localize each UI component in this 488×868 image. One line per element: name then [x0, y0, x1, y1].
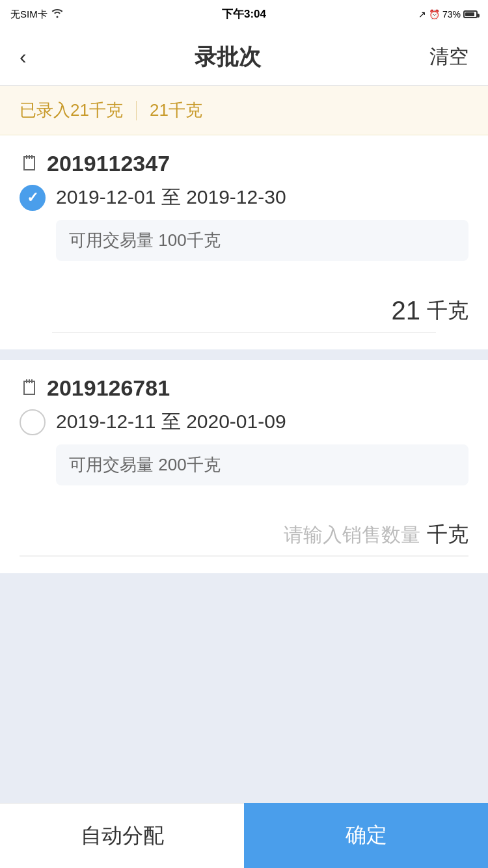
recorded-label: 已录入21千克 — [20, 99, 123, 122]
info-value: 21千克 — [150, 99, 202, 122]
batch2-id: 2019126781 — [47, 375, 170, 401]
batch2-icon: 🗒 — [20, 376, 40, 400]
batch2-header: 🗒 2019126781 — [20, 375, 468, 401]
content-wrapper: 已录入21千克 21千克 🗒 2019112347 2019-12-01 至 2… — [0, 86, 488, 834]
batch2-input-section: 请输入销售数量 千克 — [0, 508, 488, 573]
batch2-radio[interactable] — [20, 409, 46, 435]
back-button[interactable]: ‹ — [20, 45, 27, 69]
batch1-qty-unit: 千克 — [427, 297, 468, 325]
batch1-icon: 🗒 — [20, 152, 40, 176]
wifi-icon — [51, 9, 63, 20]
batch1-qty-section: 21 千克 — [0, 283, 488, 349]
batch1-row: 2019-12-01 至 2019-12-30 — [20, 184, 468, 211]
batch2-input-placeholder: 请输入销售数量 — [20, 522, 420, 549]
status-time: 下午3:04 — [222, 7, 266, 21]
status-left: 无SIM卡 — [10, 8, 63, 21]
sim-text: 无SIM卡 — [10, 8, 47, 21]
batch1-header: 🗒 2019112347 — [20, 151, 468, 176]
batch2-unit: 千克 — [427, 521, 468, 549]
info-divider — [136, 101, 137, 120]
batch1-card: 🗒 2019112347 2019-12-01 至 2019-12-30 可用交… — [0, 135, 488, 283]
alarm-icon: ⏰ — [429, 9, 440, 20]
auto-distribute-button[interactable]: 自动分配 — [0, 803, 244, 868]
batch1-divider — [52, 332, 436, 332]
batch1-qty-value: 21 — [392, 296, 421, 325]
location-icon: ↗ — [418, 9, 426, 20]
batch2-card: 🗒 2019126781 2019-12-11 至 2020-01-09 可用交… — [0, 360, 488, 508]
batch1-id: 2019112347 — [47, 151, 170, 176]
batch2-row: 2019-12-11 至 2020-01-09 — [20, 409, 468, 435]
batch1-date-range: 2019-12-01 至 2019-12-30 — [56, 184, 286, 211]
info-banner: 已录入21千克 21千克 — [0, 86, 488, 135]
status-right: ↗ ⏰ 73% — [418, 9, 478, 20]
bottom-bar: 自动分配 确定 — [0, 803, 488, 868]
status-bar: 无SIM卡 下午3:04 ↗ ⏰ 73% — [0, 0, 488, 29]
empty-area — [0, 573, 488, 834]
batch1-available: 可用交易量 100千克 — [56, 220, 468, 261]
batch2-available: 可用交易量 200千克 — [56, 444, 468, 485]
batch2-date-range: 2019-12-11 至 2020-01-09 — [56, 409, 286, 435]
nav-bar: ‹ 录批次 清空 — [0, 29, 488, 86]
battery-icon — [463, 10, 478, 18]
batch1-qty-row: 21 千克 — [0, 283, 488, 325]
batch2-underline — [20, 556, 468, 556]
confirm-button[interactable]: 确定 — [244, 803, 488, 868]
battery-text: 73% — [442, 9, 461, 20]
batch2-input-row: 请输入销售数量 千克 — [0, 508, 488, 549]
card-separator — [0, 349, 488, 360]
clear-button[interactable]: 清空 — [429, 44, 468, 70]
batch1-radio[interactable] — [20, 185, 46, 211]
page-title: 录批次 — [195, 42, 261, 72]
